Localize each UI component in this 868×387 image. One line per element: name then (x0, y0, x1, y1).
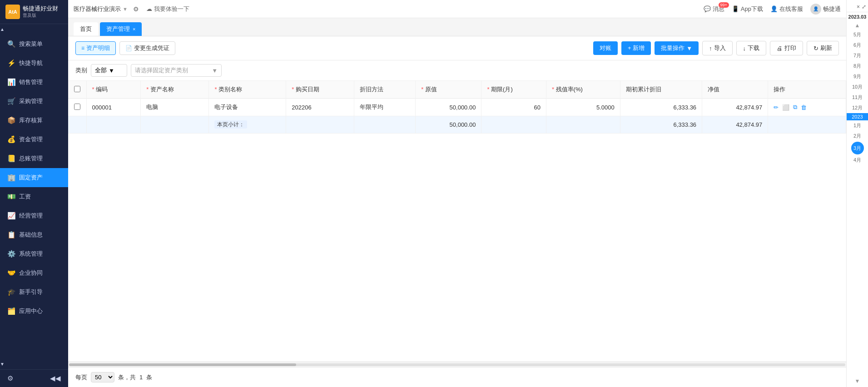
month-item[interactable]: 4月 (847, 155, 868, 165)
sidebar-nav: 🔍搜索菜单⚡快捷导航📊销售管理🛒采购管理📦库存核算💰资金管理📒总账管理🏢固定资产… (0, 35, 68, 359)
online-service-label: 在线客服 (779, 5, 803, 13)
fixed_assets-icon: 🏢 (7, 174, 15, 182)
month-item[interactable]: 2月 (847, 131, 868, 141)
cell-accumulated-depreciation: 6,333.36 (620, 99, 702, 116)
subtotal-original-value: 50,000.00 (416, 116, 481, 134)
cell-name: 电脑 (141, 99, 209, 116)
col-accumulated-depreciation: 期初累计折旧 (620, 81, 702, 99)
experience-label[interactable]: 我要体验一下 (154, 5, 189, 13)
asset-table-container: 编码 资产名称 类别名称 购买日期 折旧方法 原值 期限(月) 残值率(%) 期… (68, 81, 846, 362)
topbar-right: 💬 消息 99+ 📱 App下载 👤 在线客服 👤 畅捷通 (704, 4, 841, 15)
subtotal-label: 本页小计： (214, 120, 247, 129)
company-selector[interactable]: 医疗器械行业演示 ▼ (74, 5, 128, 13)
table-body: 000001 电脑 电子设备 202206 年限平均 50,000.00 60 … (68, 99, 846, 134)
salary-icon: 💵 (7, 193, 15, 201)
month-item[interactable]: 12月 (847, 103, 868, 113)
online-service-button[interactable]: 👤 在线客服 (770, 5, 803, 13)
month-item[interactable]: 9月 (847, 71, 868, 82)
total-count: 1 (139, 374, 143, 381)
scroll-up-arrow[interactable]: ▲ (0, 26, 5, 33)
batch-button[interactable]: 批量操作 ▼ (655, 41, 699, 55)
sidebar-item-salary[interactable]: 💵工资 (0, 187, 68, 206)
month-item[interactable]: 5月 (847, 30, 868, 40)
sidebar-item-sales[interactable]: 📊销售管理 (0, 73, 68, 92)
sidebar: AtA 畅捷通好业财 普及版 ▲ 🔍搜索菜单⚡快捷导航📊销售管理🛒采购管理📦库存… (0, 0, 68, 387)
scroll-up-indicator: ▲ (0, 24, 5, 35)
sidebar-item-system[interactable]: ⚙️系统管理 (0, 244, 68, 263)
row-checkbox-0[interactable] (74, 104, 80, 110)
sidebar-label-quicknav: 快捷导航 (19, 59, 43, 67)
tab-change-voucher[interactable]: 📄 变更生成凭证 (119, 41, 175, 55)
sidebar-label-salary: 工资 (19, 193, 31, 201)
main-area: 医疗器械行业演示 ▼ ⚙ ☁ 我要体验一下 💬 消息 99+ 📱 App下载 👤… (68, 0, 846, 387)
system-icon: ⚙️ (7, 250, 15, 258)
sidebar-label-purchase: 采购管理 (19, 97, 43, 105)
tab-asset-details[interactable]: ≡ 资产明细 (75, 41, 116, 55)
sidebar-item-ledger[interactable]: 📒总账管理 (0, 149, 68, 168)
sidebar-item-search[interactable]: 🔍搜索菜单 (0, 35, 68, 54)
month-item[interactable]: 8月 (847, 61, 868, 71)
total-unit: 条 (146, 373, 152, 382)
cell-code: 000001 (86, 99, 141, 116)
purchase-icon: 🛒 (7, 97, 15, 105)
collapse-icon[interactable]: ◀◀ (50, 374, 61, 382)
download-button[interactable]: ↓ 下载 (736, 41, 767, 55)
sidebar-item-quicknav[interactable]: ⚡快捷导航 (0, 54, 68, 73)
copy-icon[interactable]: ⬜ (782, 104, 789, 111)
tab-home[interactable]: 首页 (74, 22, 98, 36)
category-search-input[interactable]: 请选择固定资产类别 ▼ (131, 64, 222, 77)
sidebar-item-basic_info[interactable]: 📋基础信息 (0, 225, 68, 244)
settings-gear-icon[interactable]: ⚙ (133, 5, 139, 13)
month-item[interactable]: 6月 (847, 40, 868, 50)
horizontal-scrollbar[interactable] (68, 362, 846, 367)
tab-asset-management[interactable]: 资产管理 × (100, 22, 142, 36)
tab-close-icon[interactable]: × (133, 26, 135, 32)
cell-period: 60 (481, 99, 546, 116)
month-item[interactable]: 7月 (847, 50, 868, 61)
search-icon: 🔍 (7, 40, 15, 48)
edit-icon[interactable]: ✏ (774, 104, 779, 111)
panel-up-arrow[interactable]: ▲ (854, 21, 861, 30)
user-profile[interactable]: 👤 畅捷通 (810, 4, 841, 15)
sidebar-item-cooperation[interactable]: 🤝企业协同 (0, 263, 68, 283)
new-button[interactable]: + 新增 (621, 41, 651, 55)
sidebar-item-guide[interactable]: 🎓新手引导 (0, 283, 68, 302)
messages-button[interactable]: 💬 消息 99+ (704, 5, 724, 13)
refresh-button[interactable]: ↻ 刷新 (807, 41, 839, 55)
month-item[interactable]: 10月 (847, 82, 868, 92)
sidebar-item-app_center[interactable]: 🗂️应用中心 (0, 302, 68, 321)
print-button[interactable]: 🖨 打印 (770, 41, 803, 55)
settings-icon[interactable]: ⚙ (7, 374, 13, 382)
month-item[interactable]: 11月 (847, 92, 868, 103)
duplicate-icon[interactable]: ⧉ (793, 104, 797, 111)
app-edition: 普及版 (23, 12, 58, 19)
panel-down-arrow[interactable]: ▼ (854, 377, 861, 385)
expand-panel-icon[interactable]: ⤢ (862, 4, 866, 10)
sidebar-logo: AtA 畅捷通好业财 普及版 (0, 0, 68, 24)
month-item[interactable]: 1月 (847, 120, 868, 131)
ledger-icon: 📒 (7, 154, 15, 163)
cloud-icon: ☁ (146, 5, 152, 12)
content-area: ≡ 资产明细 📄 变更生成凭证 对账 + 新增 批量操作 ▼ ↑ (68, 36, 846, 387)
select-all-checkbox[interactable] (74, 86, 80, 92)
sidebar-item-finance[interactable]: 💰资金管理 (0, 130, 68, 149)
sidebar-item-business[interactable]: 📈经营管理 (0, 206, 68, 225)
close-panel-icon[interactable]: × (857, 4, 860, 10)
topbar: 医疗器械行业演示 ▼ ⚙ ☁ 我要体验一下 💬 消息 99+ 📱 App下载 👤… (68, 0, 846, 18)
app-download-button[interactable]: 📱 App下载 (732, 5, 763, 13)
sidebar-label-guide: 新手引导 (19, 288, 43, 296)
sidebar-item-fixed_assets[interactable]: 🏢固定资产 (0, 168, 68, 187)
scroll-down-arrow[interactable]: ▼ (0, 361, 5, 367)
delete-icon[interactable]: 🗑 (801, 104, 807, 111)
dropdown-arrow-icon: ▼ (212, 67, 218, 74)
sidebar-item-inventory[interactable]: 📦库存核算 (0, 111, 68, 130)
import-button[interactable]: ↑ 导入 (702, 41, 733, 55)
reconcile-button[interactable]: 对账 (593, 41, 618, 55)
app-name: 畅捷通好业财 (23, 5, 58, 12)
cell-category: 电子设备 (209, 99, 286, 116)
per-page-select[interactable]: 50 100 200 (91, 372, 114, 382)
sidebar-item-purchase[interactable]: 🛒采购管理 (0, 92, 68, 111)
right-date-panel: × ⤢ 2023.03 ▲ 5月6月7月8月9月10月11月12月20231月2… (846, 0, 868, 387)
month-item[interactable]: 3月 (851, 142, 864, 154)
category-type-select[interactable]: 全部 ▼ (91, 64, 127, 77)
